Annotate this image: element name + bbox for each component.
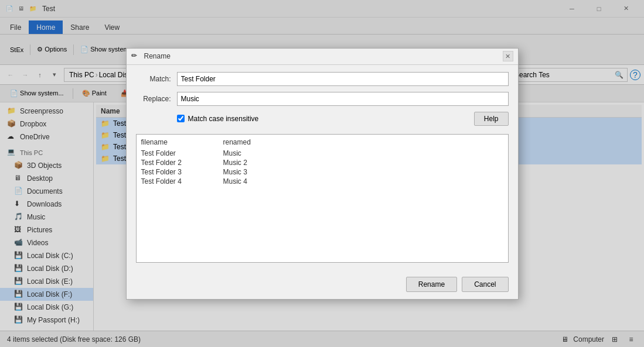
preview-renamed-3: Music 4: [223, 177, 270, 185]
match-case-label: Match case insensitive: [188, 115, 259, 123]
preview-original-2: Test Folder 3: [141, 168, 200, 176]
dialog-title-text: Rename: [144, 52, 499, 60]
preview-row-3: Test Folder 4 Music 4: [141, 177, 503, 186]
preview-renamed-1: Music 2: [223, 159, 270, 167]
dialog-footer: Rename Cancel: [127, 272, 518, 299]
replace-row: Replace:: [136, 92, 509, 106]
replace-input[interactable]: [177, 92, 509, 106]
match-input[interactable]: [177, 72, 509, 86]
preview-original-0: Test Folder: [141, 149, 200, 157]
preview-row-1: Test Folder 2 Music 2: [141, 158, 503, 167]
rename-dialog: ✏ Rename ✕ Match: Replace: Match case in…: [126, 48, 519, 300]
rename-preview: filename renamed Test Folder Music Test …: [136, 134, 509, 263]
checkbox-row: Match case insensitive: [136, 115, 259, 123]
preview-col-renamed: renamed: [223, 138, 270, 146]
match-label: Match:: [136, 75, 171, 83]
dialog-title-bar: ✏ Rename ✕: [127, 49, 518, 65]
preview-header: filename renamed: [141, 138, 503, 146]
preview-row-0: Test Folder Music: [141, 149, 503, 158]
dialog-overlay: ✏ Rename ✕ Match: Replace: Match case in…: [0, 0, 644, 347]
preview-row-2: Test Folder 3 Music 3: [141, 167, 503, 177]
dialog-title-icon: ✏: [131, 51, 141, 61]
preview-renamed-2: Music 3: [223, 168, 270, 176]
replace-label: Replace:: [136, 95, 171, 103]
dialog-body: Match: Replace: Match case insensitive H…: [127, 65, 518, 272]
match-row: Match:: [136, 72, 509, 86]
help-button[interactable]: Help: [474, 112, 509, 126]
preview-col-filename: filename: [141, 138, 200, 146]
cancel-button[interactable]: Cancel: [462, 277, 508, 292]
rename-button[interactable]: Rename: [406, 277, 457, 292]
preview-original-1: Test Folder 2: [141, 159, 200, 167]
checkbox-help-row: Match case insensitive Help: [136, 112, 509, 126]
dialog-close-button[interactable]: ✕: [503, 51, 513, 61]
preview-renamed-0: Music: [223, 149, 270, 157]
match-case-checkbox[interactable]: [177, 115, 185, 122]
preview-original-3: Test Folder 4: [141, 177, 200, 185]
